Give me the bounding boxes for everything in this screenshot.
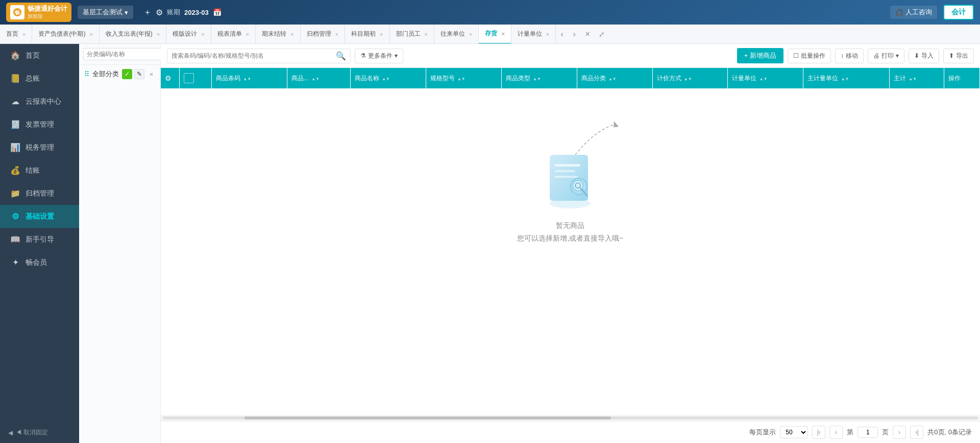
tab-balance-close[interactable]: × bbox=[89, 31, 92, 37]
tab-income[interactable]: 收入支出表(年报) × bbox=[100, 25, 166, 44]
page-number-input[interactable] bbox=[857, 427, 878, 438]
prev-page-btn[interactable]: ‹ bbox=[829, 426, 843, 439]
svg-rect-6 bbox=[555, 164, 580, 167]
tab-template[interactable]: 模版设计 × bbox=[166, 25, 211, 44]
import-btn[interactable]: ⬇ 导入 bbox=[909, 49, 939, 63]
th-unit[interactable]: 计量单位 ▲▼ bbox=[728, 68, 803, 88]
tab-inventory-close[interactable]: × bbox=[501, 31, 504, 37]
th-checkbox[interactable] bbox=[179, 68, 212, 88]
category-search-input[interactable] bbox=[83, 48, 167, 60]
tab-contact[interactable]: 往来单位 × bbox=[434, 25, 479, 44]
org-selector[interactable]: 基层工会测试 ▾ bbox=[78, 6, 133, 19]
tab-unit[interactable]: 计量单位 × bbox=[511, 25, 556, 44]
tab-taxlist[interactable]: 税表清单 × bbox=[211, 25, 256, 44]
sort-name[interactable]: ▲▼ bbox=[382, 77, 390, 81]
scrollbar-thumb[interactable] bbox=[244, 416, 611, 419]
sort-code[interactable]: ▲▼ bbox=[311, 77, 320, 81]
th-spec[interactable]: 规格型号 ▲▼ bbox=[426, 68, 501, 88]
sort-unit[interactable]: ▲▼ bbox=[760, 77, 768, 81]
tab-taxlist-close[interactable]: × bbox=[246, 31, 249, 37]
tab-prev-btn[interactable]: ‹ bbox=[556, 25, 568, 44]
category-all[interactable]: ⠿ 全部分类 ✓ ✎ « bbox=[79, 65, 160, 83]
category-edit-btn[interactable]: ✎ bbox=[134, 69, 144, 79]
th-name[interactable]: 商品名称 ▲▼ bbox=[350, 68, 426, 88]
sidebar-item-checkout[interactable]: 💰 结账 bbox=[0, 159, 79, 182]
th-code[interactable]: 商品... ▲▼ bbox=[287, 68, 350, 88]
sidebar-footer[interactable]: ◀ ◀ 取消固定 bbox=[0, 422, 79, 443]
print-label: 打印 bbox=[881, 52, 894, 60]
tab-subject[interactable]: 科目期初 × bbox=[345, 25, 389, 44]
th-price[interactable]: 计价方式 ▲▼ bbox=[652, 68, 728, 88]
tab-dept[interactable]: 部门员工 × bbox=[390, 25, 434, 44]
sidebar-item-settings[interactable]: ⚙ 基础设置 bbox=[0, 205, 79, 228]
sidebar-item-archive[interactable]: 📁 归档管理 bbox=[0, 182, 79, 205]
filter-btn[interactable]: ⚗ 更多条件 ▾ bbox=[355, 49, 403, 63]
add-tab-btn[interactable]: ＋ bbox=[143, 7, 152, 18]
calendar-icon[interactable]: 📅 bbox=[213, 8, 222, 16]
export-btn[interactable]: ⬆ 导出 bbox=[943, 49, 974, 63]
th-main-unit[interactable]: 主计量单位 ▲▼ bbox=[803, 68, 890, 88]
kuaiji-btn[interactable]: 会计 bbox=[943, 5, 974, 20]
sidebar-item-guide[interactable]: 📖 新手引导 bbox=[0, 228, 79, 251]
select-all-checkbox[interactable] bbox=[184, 73, 194, 83]
sort-price[interactable]: ▲▼ bbox=[684, 77, 692, 81]
product-search-icon[interactable]: 🔍 bbox=[336, 51, 346, 61]
tab-expand-btn[interactable]: ⤢ bbox=[595, 25, 609, 44]
next-page-btn[interactable]: › bbox=[893, 426, 906, 439]
sidebar-item-ledger[interactable]: 📒 总账 bbox=[0, 67, 79, 90]
sidebar-item-tax[interactable]: 📊 税务管理 bbox=[0, 136, 79, 159]
tab-inventory[interactable]: 存货 × bbox=[479, 25, 511, 44]
tab-period[interactable]: 期末结转 × bbox=[256, 25, 300, 44]
tab-archive[interactable]: 归档管理 × bbox=[301, 25, 345, 44]
tab-contact-close[interactable]: × bbox=[469, 31, 472, 37]
add-product-btn[interactable]: + 新增商品 bbox=[737, 48, 783, 63]
sidebar-item-invoice[interactable]: 🧾 发票管理 bbox=[0, 113, 79, 136]
sidebar-item-member[interactable]: ✦ 畅会员 bbox=[0, 251, 79, 274]
th-main[interactable]: 主计 ▲▼ bbox=[889, 68, 944, 88]
help-btn[interactable]: 🎧 人工咨询 bbox=[890, 6, 937, 19]
tab-taxlist-label: 税表清单 bbox=[217, 30, 242, 38]
tab-subject-close[interactable]: × bbox=[380, 31, 383, 37]
tab-balance[interactable]: 资产负债表(中期) × bbox=[32, 25, 99, 44]
sort-barcode[interactable]: ▲▼ bbox=[243, 77, 251, 81]
tab-home-close[interactable]: × bbox=[22, 31, 26, 37]
category-collapse-btn[interactable]: « bbox=[148, 71, 155, 78]
settings-icon[interactable]: ⚙ bbox=[156, 8, 163, 17]
sort-type[interactable]: ▲▼ bbox=[533, 77, 541, 81]
sort-main-unit[interactable]: ▲▼ bbox=[841, 77, 849, 81]
empty-doc-container bbox=[542, 150, 598, 211]
page-size-select[interactable]: 50 10 20 100 bbox=[780, 426, 808, 438]
tab-period-close[interactable]: × bbox=[290, 31, 293, 37]
sidebar-item-home[interactable]: 🏠 首页 bbox=[0, 44, 79, 67]
print-btn[interactable]: 🖨 打印 ▾ bbox=[868, 49, 904, 63]
sort-main[interactable]: ▲▼ bbox=[909, 77, 917, 81]
first-page-btn[interactable]: |‹ bbox=[812, 426, 825, 439]
right-content: 🔍 ⚗ 更多条件 ▾ + 新增商品 ☐ 批量操作 ↕ 移动 bbox=[161, 44, 980, 443]
th-category[interactable]: 商品分类 ▲▼ bbox=[577, 68, 652, 88]
batch-btn[interactable]: ☐ 批量操作 bbox=[788, 49, 831, 63]
sidebar: 🏠 首页 📒 总账 ☁ 云报表中心 🧾 发票管理 📊 税务管理 💰 结账 📁 归… bbox=[0, 44, 79, 443]
th-type[interactable]: 商品类型 ▲▼ bbox=[501, 68, 577, 88]
th-main-label: 主计 bbox=[894, 75, 906, 82]
empty-title-text: 暂无商品 bbox=[517, 219, 623, 232]
th-type-label: 商品类型 bbox=[506, 75, 530, 82]
th-gear[interactable]: ⚙ bbox=[161, 68, 179, 88]
tab-unit-close[interactable]: × bbox=[546, 31, 549, 37]
tab-close-all-btn[interactable]: × bbox=[580, 25, 595, 44]
sort-spec[interactable]: ▲▼ bbox=[457, 77, 465, 81]
sort-category[interactable]: ▲▼ bbox=[608, 77, 617, 81]
tab-template-close[interactable]: × bbox=[201, 31, 204, 37]
th-barcode[interactable]: 商品条码 ▲▼ bbox=[212, 68, 287, 88]
tab-next-btn[interactable]: › bbox=[568, 25, 580, 44]
tab-income-close[interactable]: × bbox=[157, 31, 160, 37]
product-search-input[interactable] bbox=[172, 52, 333, 59]
tab-archive-close[interactable]: × bbox=[335, 31, 338, 37]
last-page-btn[interactable]: ›| bbox=[910, 426, 923, 439]
tab-home[interactable]: 首页 × bbox=[0, 25, 32, 44]
move-btn[interactable]: ↕ 移动 bbox=[835, 49, 864, 63]
tab-dept-close[interactable]: × bbox=[425, 31, 428, 37]
horizontal-scrollbar[interactable] bbox=[161, 415, 980, 421]
app-logo[interactable]: 畅 畅捷通好会计 旗舰版 bbox=[6, 3, 71, 22]
sidebar-item-cloud[interactable]: ☁ 云报表中心 bbox=[0, 90, 79, 113]
category-add-btn[interactable]: ✓ bbox=[122, 69, 132, 79]
